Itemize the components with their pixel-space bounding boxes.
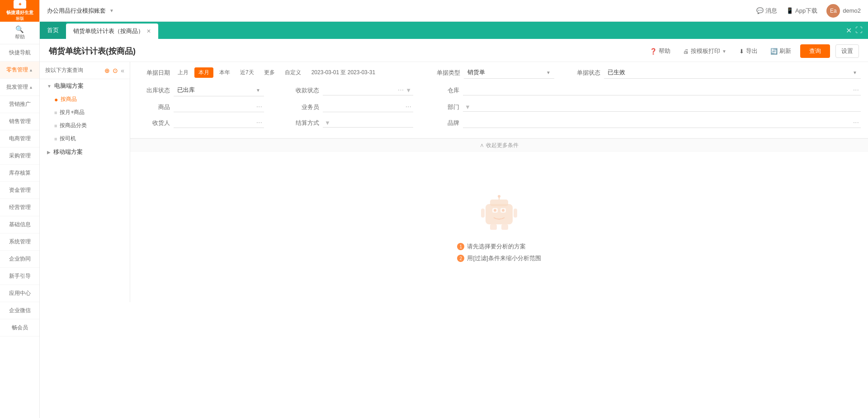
app-download-label: App下载	[795, 7, 817, 15]
tab-home-label: 首页	[47, 26, 59, 34]
period-more[interactable]: 更多	[260, 67, 279, 78]
receiver-input[interactable]: ···	[174, 118, 264, 128]
brand-input[interactable]: ···	[463, 118, 861, 128]
sidebar-item-operation[interactable]: 经营管理	[0, 199, 39, 216]
add-scheme-icon[interactable]: ⊕	[104, 67, 110, 74]
doc-status-value: 已生效	[608, 68, 625, 76]
print-label: 按模板打印	[691, 47, 720, 55]
doc-type-select[interactable]: 销货单 ▼	[464, 66, 554, 79]
query-btn[interactable]: 查询	[800, 44, 830, 58]
collapse-bar[interactable]: ∧ 收起更多条件	[130, 138, 868, 152]
empty-tip-1: 1 请先选择要分析的方案	[457, 242, 541, 251]
sidebar-item-ecommerce[interactable]: 电商管理	[0, 130, 39, 147]
message-label: 消息	[765, 7, 777, 15]
sidebar-item-newbie[interactable]: 新手引导	[0, 268, 39, 285]
svg-rect-11	[501, 224, 508, 230]
panel-icons: ⊕ ⊙ «	[104, 67, 124, 74]
pc-scheme-label: 电脑端方案	[54, 82, 84, 90]
page-title: 销货单统计计表(按商品)	[49, 46, 136, 57]
app-logo: ✦ 畅捷通好生意 标版	[0, 0, 39, 22]
warehouse-input[interactable]: ···	[463, 85, 861, 95]
mobile-scheme-label: 移动端方案	[53, 148, 83, 156]
user-menu[interactable]: Ea demo2	[826, 4, 861, 18]
goods-input[interactable]: ···	[174, 102, 264, 112]
sidebar-item-enterprise[interactable]: 企业协同	[0, 251, 39, 268]
message-icon: 💬	[756, 7, 764, 14]
sidebar-item-system[interactable]: 系统管理	[0, 233, 39, 251]
doc-status-select[interactable]: 已生效 ▼	[604, 66, 861, 79]
tab-sales-stats[interactable]: 销货单统计计表（按商品） ✕	[66, 24, 158, 39]
print-icon: 🖨	[683, 48, 689, 55]
brand-label: 品牌	[431, 119, 463, 127]
period-custom[interactable]: 自定义	[281, 67, 305, 78]
tree-by-cashier[interactable]: ≡ 按司机	[40, 132, 130, 145]
filter-row-4: 收货人 ··· 结算方式 ▼ 品牌 ···	[137, 118, 861, 128]
svg-rect-0	[486, 204, 513, 224]
sidebar-item-basic[interactable]: 基础信息	[0, 216, 39, 233]
dept-input[interactable]: ▼	[463, 103, 861, 112]
by-goods-category-icon: ≡	[54, 123, 57, 128]
export-btn[interactable]: ⬇ 导出	[736, 45, 761, 57]
settings-btn[interactable]: 设置	[835, 44, 859, 58]
page-actions: ❓ 帮助 🖨 按模板打印 ▼ ⬇ 导出 🔄 刷新 查询	[646, 44, 859, 58]
receiver-dots: ···	[256, 119, 262, 127]
sidebar-item-purchase[interactable]: 采购管理	[0, 147, 39, 165]
sidebar-item-sales[interactable]: 销售管理	[0, 113, 39, 130]
sidebar-item-marketing[interactable]: 营销推广	[0, 96, 39, 113]
sidebar-item-inventory[interactable]: 库存核算	[0, 165, 39, 182]
edit-scheme-icon[interactable]: ⊙	[113, 67, 118, 74]
empty-icon	[476, 188, 522, 233]
settlement-input[interactable]: ▼	[323, 119, 413, 128]
logo-icon: ✦	[14, 0, 26, 9]
out-status-select[interactable]: 已出库 ▼	[174, 84, 264, 96]
payment-status-input[interactable]: ··· ▼	[323, 85, 413, 95]
refresh-btn[interactable]: 🔄 刷新	[767, 45, 795, 57]
pc-scheme-arrow: ▼	[47, 84, 52, 89]
period-this-year[interactable]: 本年	[215, 67, 234, 78]
username: demo2	[843, 7, 861, 14]
right-content: 单据日期 上月 本月 本年 近7天 更多 自定义 2023-03-01 至 20…	[130, 62, 868, 302]
tree-by-goods-category[interactable]: ≡ 按商品分类	[40, 119, 130, 132]
tree-mobile-scheme[interactable]: ▶ 移动端方案	[40, 145, 130, 159]
tree-pc-scheme[interactable]: ▼ 电脑端方案	[40, 79, 130, 93]
sidebar-search[interactable]: 🔍 帮助	[0, 22, 39, 44]
industry-name: 办公用品行业模拟账套	[47, 7, 106, 15]
industry-dropdown-arrow[interactable]: ▼	[109, 8, 114, 13]
tab-home[interactable]: 首页	[40, 22, 66, 39]
period-last-month[interactable]: 上月	[174, 67, 193, 78]
sidebar-item-wholesale[interactable]: 批发管理 ▲	[0, 79, 39, 96]
salesperson-input[interactable]: ···	[323, 102, 413, 112]
period-this-month[interactable]: 本月	[194, 67, 213, 78]
message-btn[interactable]: 💬 消息	[756, 7, 777, 15]
goods-dots: ···	[256, 103, 262, 111]
tab-expand-icon[interactable]: ⛶	[855, 26, 863, 34]
header-left: 办公用品行业模拟账套 ▼	[47, 7, 114, 15]
payment-status-label: 收款状态	[282, 86, 323, 95]
tab-close-icon[interactable]: ✕	[846, 26, 852, 35]
tree-by-goods[interactable]: ● 按商品	[40, 93, 130, 106]
collapse-panel-icon[interactable]: «	[121, 67, 124, 74]
sidebar-item-retail[interactable]: 零售管理 ▲	[0, 62, 39, 79]
sidebar-item-appstore[interactable]: 应用中心	[0, 285, 39, 302]
out-status-arrow: ▼	[256, 88, 260, 93]
sidebar-item-wechat[interactable]: 企业微信	[0, 302, 39, 319]
salesperson-label: 业务员	[282, 103, 323, 111]
app-download-btn[interactable]: 📱 App下载	[786, 7, 817, 15]
tab-close-btn[interactable]: ✕	[146, 28, 151, 34]
svg-rect-1	[490, 200, 508, 206]
period-7days[interactable]: 近7天	[236, 67, 258, 78]
dept-label: 部门	[431, 103, 463, 111]
print-btn[interactable]: 🖨 按模板打印 ▼	[679, 45, 730, 57]
settings-label: 设置	[841, 47, 853, 55]
tree-by-month-goods[interactable]: ≡ 按月+商品	[40, 106, 130, 119]
help-btn[interactable]: ❓ 帮助	[646, 45, 674, 57]
tip-text-2: 用[过滤]条件来缩小分析范围	[467, 254, 541, 262]
doc-type-arrow: ▼	[546, 70, 551, 75]
sidebar-item-quick-nav[interactable]: 快捷导航	[0, 44, 39, 62]
sidebar-item-finance[interactable]: 资金管理	[0, 182, 39, 199]
doc-type-label: 单据类型	[423, 69, 464, 77]
receiver-label: 收货人	[137, 119, 174, 127]
avatar: Ea	[826, 4, 840, 18]
sidebar-item-member[interactable]: 畅会员	[0, 319, 39, 337]
download-icon: 📱	[786, 7, 793, 14]
